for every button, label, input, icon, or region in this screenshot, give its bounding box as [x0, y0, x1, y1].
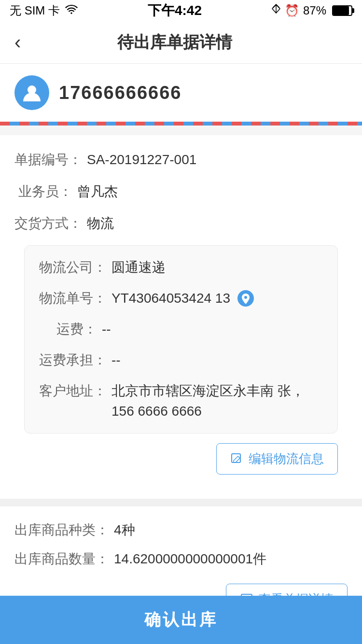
edit-logistics-button[interactable]: 编辑物流信息: [216, 443, 338, 475]
map-pin-icon[interactable]: [237, 290, 254, 307]
logistics-freight-value: --: [102, 319, 323, 339]
delivery-label: 交货方式：: [14, 213, 87, 234]
status-time: 下午4:42: [148, 1, 202, 20]
nav-bar: ‹ 待出库单据详情: [0, 21, 362, 64]
status-bar: 无 SIM 卡 下午4:42 ⏰ 87%: [0, 0, 362, 21]
delivery-row: 交货方式： 物流: [14, 213, 348, 234]
wifi-icon: [65, 4, 78, 17]
back-button[interactable]: ‹: [14, 27, 30, 58]
logistics-freightbear-row: 运费承担： --: [39, 350, 323, 370]
logistics-freight-label: 运费：: [39, 319, 102, 339]
logistics-address-value: 北京市市辖区海淀区永丰南 张，156 6666 6666: [111, 381, 323, 421]
location-icon: [271, 4, 281, 17]
status-right: ⏰ 87%: [271, 4, 352, 17]
logistics-tracking-row: 物流单号： YT43064053424 13: [39, 288, 323, 308]
product-quantity-row: 出库商品数量： 14.6200000000000001件: [14, 550, 348, 568]
logistics-freightbear-value: --: [111, 350, 323, 370]
logistics-address-row: 客户地址： 北京市市辖区海淀区永丰南 张，156 6666 6666: [39, 381, 323, 421]
user-phone: 17666666666: [59, 83, 181, 103]
battery-icon: [330, 5, 352, 16]
confirm-outbound-button[interactable]: 确认出库: [144, 609, 218, 631]
logistics-freight-row: 运费： --: [39, 319, 323, 339]
product-quantity-label: 出库商品数量：: [14, 550, 114, 568]
status-left: 无 SIM 卡: [10, 3, 78, 18]
page-title: 待出库单据详情: [30, 31, 319, 54]
document-number-row: 单据编号： SA-20191227-001: [14, 150, 348, 170]
document-number-value: SA-20191227-001: [87, 150, 348, 170]
edit-logistics-label: 编辑物流信息: [249, 450, 324, 467]
edit-btn-row: 编辑物流信息: [14, 434, 348, 475]
bottom-bar: 确认出库: [0, 596, 362, 644]
logistics-company-label: 物流公司：: [39, 257, 111, 278]
carrier-text: 无 SIM 卡: [10, 3, 60, 18]
battery-percent: 87%: [303, 4, 326, 17]
document-number-label: 单据编号：: [14, 150, 87, 170]
product-type-row: 出库商品种类： 4种: [14, 521, 348, 539]
logistics-company-value: 圆通速递: [111, 257, 323, 278]
salesman-value: 曾凡杰: [77, 182, 348, 202]
dashed-divider: [0, 122, 362, 126]
avatar: [14, 75, 49, 110]
logistics-card: 物流公司： 圆通速递 物流单号： YT43064053424 13 运费： --…: [24, 245, 338, 434]
logistics-address-label: 客户地址：: [39, 381, 111, 401]
logistics-tracking-value: YT43064053424 13: [111, 288, 323, 308]
salesman-row: 业务员： 曾凡杰: [14, 182, 348, 202]
salesman-label: 业务员：: [14, 182, 77, 202]
edit-icon: [230, 452, 244, 466]
logistics-tracking-label: 物流单号：: [39, 288, 111, 308]
section-divider-1: [0, 499, 362, 506]
product-quantity-value: 14.6200000000000001件: [114, 550, 266, 568]
logistics-company-row: 物流公司： 圆通速递: [39, 257, 323, 278]
product-type-label: 出库商品种类：: [14, 521, 114, 539]
delivery-value: 物流: [87, 213, 348, 234]
product-type-value: 4种: [114, 521, 135, 539]
logistics-freightbear-label: 运费承担：: [39, 350, 111, 370]
document-info-section: 单据编号： SA-20191227-001 业务员： 曾凡杰 交货方式： 物流 …: [0, 135, 362, 499]
alarm-icon: ⏰: [285, 4, 299, 17]
user-header: 17666666666: [0, 64, 362, 122]
